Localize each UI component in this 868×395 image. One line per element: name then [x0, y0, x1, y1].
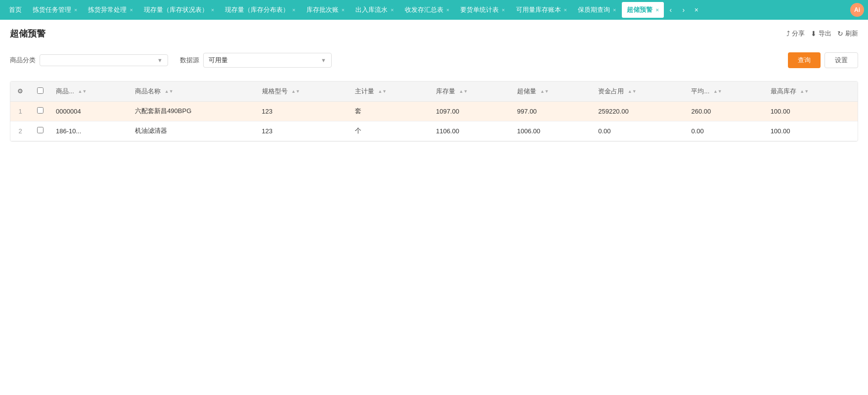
refresh-button[interactable]: ↻ 刷新 [837, 29, 858, 38]
col-spec[interactable]: 规格型号 ▲▼ [256, 81, 349, 101]
col-capital-usage[interactable]: 资金占用 ▲▼ [592, 81, 685, 101]
cell-inventory: 1106.00 [430, 121, 511, 141]
table-row: 1 0000004 六配套新昌490BPG 123 套 1097.00 997.… [10, 101, 858, 121]
close-icon[interactable]: × [446, 7, 449, 13]
row-checkbox-cell[interactable] [30, 101, 50, 121]
nav-arrow-close[interactable]: × [691, 2, 702, 18]
query-button[interactable]: 查询 [788, 52, 821, 68]
close-icon[interactable]: × [613, 7, 616, 13]
filter-area: 商品分类 ▼ 数据源 可用量 ▼ 查询 设置 [10, 47, 858, 73]
settings-button[interactable]: 设置 [825, 52, 858, 68]
cell-max-inventory: 100.00 [765, 121, 858, 141]
close-icon[interactable]: × [342, 7, 345, 13]
nav-item-batch-account[interactable]: 库存批次账 × [302, 2, 349, 18]
close-icon[interactable]: × [502, 7, 505, 13]
nav-item-inout-flow[interactable]: 出入库流水 × [350, 2, 398, 18]
nav-arrow-right[interactable]: › [678, 2, 690, 18]
category-filter: 商品分类 ▼ [10, 54, 168, 66]
nav-label-task-mgmt: 拣货任务管理 [33, 5, 71, 14]
refresh-label: 刷新 [845, 29, 858, 38]
refresh-icon: ↻ [837, 30, 843, 38]
col-product-name[interactable]: 商品名称 ▲▼ [129, 81, 256, 101]
chevron-down-icon: ▼ [157, 57, 163, 63]
sort-icon: ▲▼ [78, 89, 87, 94]
cell-avg: 0.00 [685, 121, 764, 141]
share-icon: ⤴ [786, 30, 790, 38]
datasource-select-value: 可用量 [209, 56, 228, 65]
nav-item-collect-summary[interactable]: 收发存汇总表 × [400, 2, 454, 18]
cell-product-code: 0000004 [50, 101, 129, 121]
nav-item-inventory-status[interactable]: 现存量（库存状况表） × [139, 2, 219, 18]
col-inventory[interactable]: 库存量 ▲▼ [430, 81, 511, 101]
top-nav: 首页 拣货任务管理 × 拣货异常处理 × 现存量（库存状况表） × 现存量（库存… [0, 0, 868, 20]
sort-icon: ▲▼ [378, 89, 387, 94]
table-header-row: ⚙ 商品... ▲▼ 商品名称 ▲▼ 规格型号 ▲▼ [10, 81, 858, 101]
nav-item-inventory-dist[interactable]: 现存量（库存分布表） × [220, 2, 300, 18]
row-checkbox-cell[interactable] [30, 121, 50, 141]
nav-label-quality-check: 保质期查询 [578, 5, 610, 14]
cell-overstock: 1006.00 [511, 121, 592, 141]
header-checkbox[interactable] [30, 81, 50, 101]
close-icon[interactable]: × [391, 7, 393, 13]
col-avg[interactable]: 平均... ▲▼ [685, 81, 764, 101]
cell-inventory: 1097.00 [430, 101, 511, 121]
nav-label-inventory-dist: 现存量（库存分布表） [225, 5, 289, 14]
category-select[interactable]: ▼ [40, 54, 168, 66]
avatar[interactable]: Ai [850, 3, 864, 17]
table-row: 2 186-10... 机油滤清器 123 个 1106.00 1006.00 … [10, 121, 858, 141]
cell-capital-usage: 259220.00 [592, 101, 685, 121]
cell-unit: 个 [349, 121, 430, 141]
nav-label-abnormal: 拣货异常处理 [88, 5, 127, 14]
col-unit[interactable]: 主计量 ▲▼ [349, 81, 430, 101]
cell-product-name: 机油滤清器 [129, 121, 256, 141]
cell-spec: 123 [256, 101, 349, 121]
nav-item-task-mgmt[interactable]: 拣货任务管理 × [28, 2, 82, 18]
page-content: 超储预警 ⤴ 分享 ⬇ 导出 ↻ 刷新 商品分类 ▼ 数据源 [0, 20, 868, 150]
nav-label-collect-summary: 收发存汇总表 [405, 5, 443, 14]
cell-overstock: 997.00 [511, 101, 592, 121]
share-button[interactable]: ⤴ 分享 [786, 29, 805, 38]
nav-item-available-ledger[interactable]: 可用量库存账本 × [511, 2, 572, 18]
close-icon[interactable]: × [564, 7, 567, 13]
close-icon[interactable]: × [74, 7, 77, 13]
datasource-filter: 数据源 可用量 ▼ [180, 53, 332, 68]
nav-item-abnormal[interactable]: 拣货异常处理 × [83, 2, 137, 18]
chevron-down-icon: ▼ [321, 57, 326, 63]
nav-item-overstock-warning[interactable]: 超储预警 × [622, 2, 663, 18]
close-icon[interactable]: × [655, 7, 658, 13]
nav-item-home[interactable]: 首页 [4, 2, 27, 18]
row-checkbox[interactable] [37, 107, 43, 114]
col-max-inventory[interactable]: 最高库存 ▲▼ [765, 81, 858, 101]
share-label: 分享 [792, 29, 805, 38]
export-button[interactable]: ⬇ 导出 [811, 29, 831, 38]
export-label: 导出 [819, 29, 831, 38]
sort-icon: ▲▼ [713, 89, 722, 94]
sort-icon: ▲▼ [540, 89, 549, 94]
close-icon[interactable]: × [292, 7, 295, 13]
cell-avg: 260.00 [685, 101, 764, 121]
nav-item-order-stats[interactable]: 要货单统计表 × [455, 2, 510, 18]
row-checkbox[interactable] [37, 127, 43, 133]
export-icon: ⬇ [811, 30, 817, 38]
close-icon[interactable]: × [211, 7, 214, 13]
select-all-checkbox[interactable] [37, 87, 43, 94]
settings-gear-header[interactable]: ⚙ [10, 81, 30, 101]
category-label: 商品分类 [10, 56, 36, 65]
nav-label-batch-account: 库存批次账 [306, 5, 339, 14]
nav-item-quality-check[interactable]: 保质期查询 × [573, 2, 621, 18]
sort-icon: ▲▼ [800, 89, 809, 94]
user-area: Ai [850, 3, 864, 17]
col-overstock[interactable]: 超储量 ▲▼ [511, 81, 592, 101]
sort-icon: ▲▼ [165, 89, 174, 94]
nav-arrow-left[interactable]: ‹ [665, 2, 677, 18]
col-product-code[interactable]: 商品... ▲▼ [50, 81, 129, 101]
close-icon[interactable]: × [130, 7, 132, 13]
row-index: 1 [10, 101, 30, 121]
page-header: 超储预警 ⤴ 分享 ⬇ 导出 ↻ 刷新 [10, 28, 858, 40]
nav-label-overstock-warning: 超储预警 [627, 5, 652, 14]
cell-capital-usage: 0.00 [592, 121, 685, 141]
datasource-select[interactable]: 可用量 ▼ [203, 53, 332, 68]
sort-icon: ▲▼ [628, 89, 637, 94]
datasource-label: 数据源 [180, 56, 199, 65]
nav-label-inout-flow: 出入库流水 [355, 5, 388, 14]
